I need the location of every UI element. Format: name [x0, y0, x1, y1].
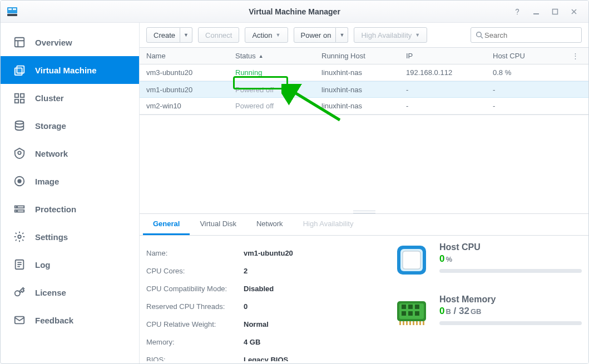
table-row[interactable]: vm1-ubuntu20Powered offlinuxhint-nas--: [140, 81, 588, 98]
sidebar-item-label: Virtual Machine: [35, 66, 97, 75]
window-title: Virtual Machine Manager: [1, 7, 588, 16]
connect-button[interactable]: Connect: [198, 27, 239, 43]
col-host[interactable]: Running Host: [321, 52, 406, 60]
sidebar-item-cluster[interactable]: Cluster: [1, 84, 139, 112]
svg-rect-43: [402, 311, 406, 316]
close-icon[interactable]: [570, 7, 578, 16]
svg-rect-2: [13, 8, 16, 10]
svg-point-33: [477, 32, 482, 37]
property-row: Name:vm1-ubuntu20: [146, 246, 378, 260]
cell-ip: -: [406, 102, 493, 110]
sidebar-icon: [13, 36, 26, 49]
cell-cpu: -: [493, 102, 571, 110]
sidebar-item-feedback[interactable]: Feedback: [1, 306, 139, 334]
property-value: 2: [244, 267, 248, 275]
cell-name: vm1-ubuntu20: [146, 86, 235, 94]
sidebar-icon: [13, 91, 26, 104]
sidebar-icon: [13, 230, 26, 243]
power-dropdown[interactable]: ▼: [336, 27, 348, 43]
sidebar-icon: [13, 63, 26, 77]
sidebar-item-protection[interactable]: Protection: [1, 195, 139, 223]
action-button[interactable]: Action▼: [245, 27, 288, 43]
property-key: Reserved CPU Threads:: [146, 302, 244, 311]
sidebar-item-label: Protection: [35, 205, 76, 214]
sidebar-item-image[interactable]: Image: [1, 167, 139, 195]
host-cpu-metric: Host CPU 0%: [394, 242, 582, 278]
svg-rect-47: [403, 321, 404, 325]
sort-asc-icon: ▲: [259, 53, 264, 59]
tab-network[interactable]: Network: [246, 214, 293, 235]
search-input[interactable]: [483, 31, 577, 40]
col-ip[interactable]: IP: [406, 52, 493, 60]
property-key: CPU Compatibility Mode:: [146, 285, 244, 293]
sidebar-item-label: Settings: [35, 232, 68, 242]
svg-point-21: [18, 179, 21, 183]
sidebar-item-label: Network: [35, 149, 68, 158]
create-dropdown[interactable]: ▼: [180, 27, 192, 43]
sidebar-item-label: License: [35, 288, 66, 297]
tab-virtual-disk[interactable]: Virtual Disk: [190, 214, 246, 235]
svg-rect-44: [408, 311, 413, 316]
svg-rect-5: [533, 13, 539, 14]
property-value: Normal: [244, 320, 269, 328]
property-key: CPU Cores:: [146, 267, 244, 275]
col-status[interactable]: Status▲: [235, 52, 321, 60]
tab-general[interactable]: General: [143, 214, 190, 235]
sidebar-item-label: Storage: [35, 121, 66, 131]
property-value: Disabled: [244, 285, 274, 293]
property-row: BIOS:Legacy BIOS: [146, 352, 378, 361]
create-button[interactable]: Create: [146, 27, 180, 43]
sidebar-item-license[interactable]: License: [1, 278, 139, 306]
table-row[interactable]: vm3-ubuntu20Runninglinuxhint-nas192.168.…: [140, 64, 588, 81]
svg-rect-9: [15, 38, 24, 47]
property-row: CPU Relative Weight:Normal: [146, 317, 378, 331]
svg-rect-15: [21, 94, 24, 97]
sidebar-icon: [13, 258, 26, 271]
cell-name: vm3-ubuntu20: [146, 68, 235, 77]
sidebar-icon: [13, 313, 26, 327]
property-value: 0: [244, 302, 248, 311]
svg-point-25: [17, 211, 17, 211]
search-icon: [476, 31, 483, 39]
help-icon[interactable]: [513, 7, 522, 16]
window-titlebar: Virtual Machine Manager: [1, 1, 588, 23]
table-header: Name Status▲ Running Host IP Host CPU ⋮: [140, 48, 588, 64]
property-key: Memory:: [146, 338, 244, 346]
maximize-icon[interactable]: [551, 7, 560, 16]
detail-tabs: GeneralVirtual DiskNetworkHigh Availabil…: [140, 214, 588, 236]
sidebar-icon: [13, 174, 26, 188]
power-on-button[interactable]: Power on: [294, 27, 336, 43]
table-row[interactable]: vm2-win10Powered offlinuxhint-nas--: [140, 98, 588, 114]
property-value: Legacy BIOS: [244, 356, 288, 362]
cell-host: linuxhint-nas: [321, 86, 406, 94]
cell-name: vm2-win10: [146, 102, 235, 110]
svg-rect-3: [7, 14, 17, 16]
sidebar-item-settings[interactable]: Settings: [1, 223, 139, 251]
memory-icon: [394, 295, 429, 330]
property-value: vm1-ubuntu20: [244, 249, 293, 257]
sidebar-item-log[interactable]: Log: [1, 251, 139, 278]
svg-point-4: [517, 13, 518, 14]
svg-rect-16: [15, 99, 18, 103]
cell-ip: 192.168.0.112: [406, 68, 493, 77]
property-row: Reserved CPU Threads:0: [146, 299, 378, 313]
sidebar-item-network[interactable]: Network: [1, 139, 139, 167]
sidebar-item-label: Log: [35, 260, 51, 270]
minimize-icon[interactable]: [532, 7, 541, 16]
col-cpu[interactable]: Host CPU: [493, 52, 571, 60]
col-menu-icon[interactable]: ⋮: [571, 52, 580, 60]
detail-pane: GeneralVirtual DiskNetworkHigh Availabil…: [140, 213, 588, 363]
cell-host: linuxhint-nas: [321, 68, 406, 77]
host-cpu-title: Host CPU: [439, 242, 582, 252]
sidebar-item-overview[interactable]: Overview: [1, 28, 139, 56]
sidebar: OverviewVirtual MachineClusterStorageNet…: [1, 23, 140, 363]
search-box[interactable]: [471, 27, 582, 43]
sidebar-item-virtual-machine[interactable]: Virtual Machine: [1, 56, 139, 84]
col-name[interactable]: Name: [146, 52, 235, 60]
high-availability-button[interactable]: High Availability▼: [354, 27, 427, 43]
svg-point-18: [16, 121, 24, 124]
host-memory-value: 0B / 32GB: [439, 306, 582, 317]
sidebar-icon: [13, 286, 26, 299]
sidebar-item-storage[interactable]: Storage: [1, 112, 139, 139]
app-icon: [6, 6, 18, 18]
